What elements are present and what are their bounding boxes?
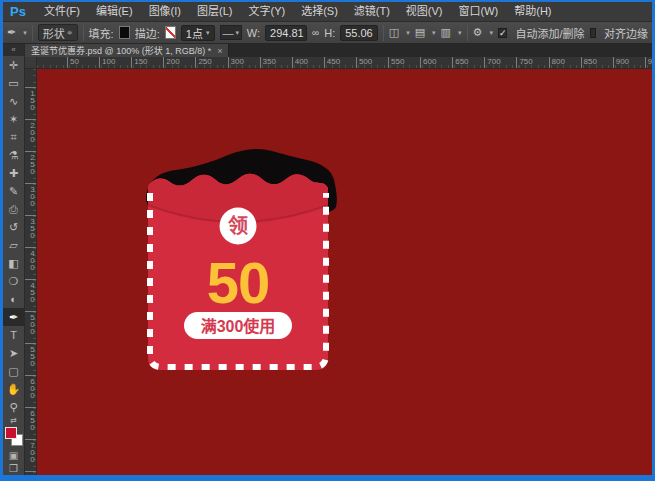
height-value: 55.06 [345, 27, 373, 39]
fill-color-swatch[interactable] [119, 26, 130, 39]
hruler-label: 800 [549, 57, 565, 69]
gear-caret-icon: ▾ [489, 29, 493, 37]
rectangle-tool[interactable]: ▢ [3, 362, 24, 380]
hruler-label: 700 [484, 57, 500, 69]
healing-brush-tool[interactable]: ✚ [3, 164, 24, 182]
hruler-label: 50 [67, 57, 79, 69]
foreground-color-swatch[interactable] [5, 427, 17, 439]
badge-text: 领 [228, 214, 248, 237]
auto-add-delete-checkbox[interactable]: ✓ [498, 28, 508, 38]
ruler-corner [25, 57, 37, 69]
collapse-panel-icon[interactable]: « [3, 44, 24, 56]
combine-shapes-icon[interactable]: ◫ [389, 26, 399, 39]
separator [83, 25, 84, 41]
document-tab[interactable]: 圣诞节优惠券.psd @ 100% (形状 1, RGB/8) * × [25, 44, 229, 57]
menu-item-3[interactable]: 图层(L) [189, 2, 240, 21]
quick-mask-icon[interactable]: ▣ [3, 449, 24, 462]
vruler-label: 500 [25, 311, 37, 334]
stroke-style-dropdown[interactable]: — ▾ [220, 25, 242, 40]
link-dimensions-icon[interactable]: ∞ [312, 27, 319, 38]
align-edges-checkbox[interactable] [590, 28, 597, 38]
coupon-amount: 50 [207, 250, 270, 315]
width-value: 294.81 [270, 27, 304, 39]
fill-label: 填充: [89, 25, 114, 41]
lasso-tool[interactable]: ∿ [3, 92, 24, 110]
dodge-tool[interactable]: ◐ [3, 290, 24, 308]
canvas[interactable]: 领 50 满300使用 [37, 69, 652, 475]
menu-item-7[interactable]: 视图(V) [398, 2, 451, 21]
screen-mode-icon[interactable]: ❐ [3, 462, 24, 475]
width-field[interactable]: 294.81 [265, 25, 307, 41]
swap-colors-icon[interactable]: ⇄ [3, 416, 24, 425]
tool-mode-dropdown[interactable]: 形状 ≑ [38, 24, 78, 41]
hruler-label: 850 [581, 57, 597, 69]
options-bar: ✒ ▾ 形状 ≑ 填充: 描边: 1点 ▾ — ▾ W: 294.81 ∞ H:… [3, 21, 652, 44]
hruler-label: 200 [163, 57, 179, 69]
hruler-label: 650 [452, 57, 468, 69]
hruler-label: 600 [420, 57, 436, 69]
hruler-label: 750 [516, 57, 532, 69]
stroke-width-field[interactable]: 1点 ▾ [181, 25, 215, 41]
pen-tool-preset-icon[interactable]: ✒ [7, 26, 16, 39]
vruler-label: 450 [25, 279, 37, 302]
hruler-label: 350 [260, 57, 276, 69]
vruler-label: 200 [25, 119, 37, 142]
vruler-label: 250 [25, 151, 37, 174]
separator [32, 25, 33, 41]
vertical-ruler: 150200250300350400450500550600650700750 [25, 69, 37, 475]
document-tab-bar: 圣诞节优惠券.psd @ 100% (形状 1, RGB/8) * × [25, 44, 652, 57]
close-tab-icon[interactable]: × [217, 46, 222, 56]
menu-bar: Ps 文件(F)编辑(E)图像(I)图层(L)文字(Y)选择(S)滤镜(T)视图… [3, 2, 652, 21]
tool-mode-caret-icon: ≑ [67, 29, 73, 37]
menu-item-9[interactable]: 帮助(H) [506, 2, 559, 21]
hruler-label: 250 [195, 57, 211, 69]
vruler-label: 700 [25, 439, 37, 462]
coupon-artwork: 领 50 满300使用 [140, 140, 382, 386]
gear-icon[interactable]: ⚙ [473, 26, 483, 39]
arrange-caret-icon: ▾ [458, 29, 462, 37]
menu-item-2[interactable]: 图像(I) [141, 2, 189, 21]
hruler-label: 300 [228, 57, 244, 69]
eyedropper-tool[interactable]: ⚗ [3, 146, 24, 164]
menu-item-0[interactable]: 文件(F) [36, 2, 88, 21]
menu-item-5[interactable]: 选择(S) [293, 2, 346, 21]
blur-tool[interactable]: ❍ [3, 272, 24, 290]
hruler-label: 900 [613, 57, 629, 69]
stroke-color-swatch[interactable] [165, 26, 176, 39]
hruler-label: 400 [292, 57, 308, 69]
magic-wand-tool[interactable]: ✶ [3, 110, 24, 128]
gradient-tool[interactable]: ◧ [3, 254, 24, 272]
align-edges-label: 对齐边缘 [604, 25, 648, 41]
photoshop-window: Ps 文件(F)编辑(E)图像(I)图层(L)文字(Y)选择(S)滤镜(T)视图… [3, 2, 652, 475]
eraser-tool[interactable]: ▱ [3, 236, 24, 254]
vruler-label: 600 [25, 375, 37, 398]
hand-tool[interactable]: ✋ [3, 380, 24, 398]
stroke-label: 描边: [135, 25, 160, 41]
menu-item-8[interactable]: 窗口(W) [451, 2, 507, 21]
height-field[interactable]: 55.06 [340, 25, 378, 41]
separator [467, 25, 468, 41]
marquee-tool[interactable]: ▭ [3, 74, 24, 92]
crop-tool[interactable]: ⌗ [3, 128, 24, 146]
zoom-tool[interactable]: ⚲ [3, 398, 24, 416]
path-selection-tool[interactable]: ➤ [3, 344, 24, 362]
path-arrangement-icon[interactable]: ▥ [441, 26, 451, 39]
vruler-label: 150 [25, 87, 37, 110]
pen-tool[interactable]: ✒ [3, 308, 24, 326]
width-label: W: [247, 27, 260, 39]
hruler-label: 150 [131, 57, 147, 69]
type-tool[interactable]: T [3, 326, 24, 344]
brush-tool[interactable]: ✎ [3, 182, 24, 200]
stroke-width-value: 1点 [186, 25, 203, 41]
clone-stamp-tool[interactable]: ⎙ [3, 200, 24, 218]
menu-item-1[interactable]: 编辑(E) [88, 2, 141, 21]
auto-add-delete-label: 自动添加/删除 [515, 25, 584, 41]
menu-item-4[interactable]: 文字(Y) [240, 2, 293, 21]
tools-panel: « ✛▭∿✶⌗⚗✚✎⎙↺▱◧❍◐✒T➤▢✋⚲ ⇄ ▣ ❐ [3, 44, 25, 475]
history-brush-tool[interactable]: ↺ [3, 218, 24, 236]
preset-caret-icon[interactable]: ▾ [23, 29, 27, 37]
menu-item-6[interactable]: 滤镜(T) [346, 2, 398, 21]
move-tool[interactable]: ✛ [3, 56, 24, 74]
path-alignment-icon[interactable]: ▤ [415, 26, 425, 39]
separator [383, 25, 384, 41]
